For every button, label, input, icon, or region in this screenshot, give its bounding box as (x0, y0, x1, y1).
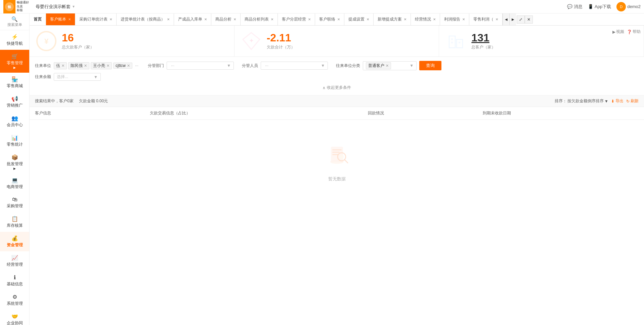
tab-stock-stats[interactable]: 进货单统计表（按商品） ✕ (117, 13, 174, 26)
help-label: 帮助 (633, 29, 641, 35)
tab-close-icon[interactable]: ✕ (167, 17, 170, 21)
tab-scroll-right[interactable]: ▶ (509, 13, 516, 26)
logo-icon: 畅 (5, 2, 14, 11)
person-filter-select[interactable]: ··· ▼ (261, 62, 328, 70)
tab-operation-status[interactable]: 经营情况 ✕ (411, 13, 440, 26)
empty-row: 暂无数据 (30, 120, 644, 203)
tab-home[interactable]: 首页 (30, 13, 46, 26)
svg-rect-7 (457, 39, 463, 48)
sidebar-item-quick-nav[interactable]: ⚡ 快捷导航 (0, 30, 29, 50)
tab-close-all[interactable]: ✕ (525, 15, 533, 24)
sidebar-item-member[interactable]: 👥 会员中心 (0, 112, 29, 131)
sidebar-item-wholesale[interactable]: 📦 批发管理 ▶ (0, 151, 29, 174)
svg-text:✦: ✦ (249, 37, 254, 44)
tab-close-icon[interactable]: ✕ (462, 17, 465, 21)
tab-label: 首页 (34, 16, 42, 22)
tab-close-icon[interactable]: ✕ (496, 17, 498, 21)
empty-state: 暂无数据 (30, 120, 644, 202)
sidebar-item-inventory[interactable]: 📋 库存核算 (0, 212, 29, 232)
query-button[interactable]: 查询 (419, 61, 441, 70)
tab-maximize[interactable]: ⤢ (517, 15, 525, 24)
tab-label: 提成设置 (348, 16, 364, 22)
tab-product-analysis-list[interactable]: 商品分析列表 ✕ (241, 13, 278, 26)
stat-block-customers: ¥ 16 总欠款客户（家） (30, 26, 234, 57)
tab-close-icon[interactable]: ✕ (308, 17, 311, 21)
refresh-btn[interactable]: ↻ 刷新 (626, 98, 639, 104)
tab-close-icon[interactable]: ✕ (271, 17, 273, 21)
unit-class-select[interactable]: 普通客户 ✕ ▼ (363, 61, 417, 70)
remove-tag-cj[interactable]: ✕ (127, 64, 130, 68)
svg-text:¥: ¥ (44, 37, 49, 45)
table-container: 客户信息 欠款交易信息（占比） 回款情况 到期未收款日期 (30, 107, 644, 202)
account-name: 母婴行业演示帐套 (36, 4, 71, 10)
sidebar-item-system[interactable]: ⚙ 系统管理 (0, 290, 29, 310)
sidebar-item-collab[interactable]: 🤝 企业协同 (0, 310, 29, 325)
remove-class-tag[interactable]: ✕ (386, 64, 389, 68)
export-icon: ⬇ (611, 99, 614, 104)
retail-mgmt-icon: 🛒 (11, 53, 18, 60)
sort-value: 按欠款金额倒序排序 (567, 98, 604, 104)
tab-close-icon[interactable]: ✕ (433, 17, 436, 21)
sort-select[interactable]: 排序： 按欠款金额倒序排序 ▼ (555, 98, 608, 104)
help-icon: ❓ (627, 30, 632, 34)
tab-product-stock-in[interactable]: 产成品入库单 ✕ (174, 13, 211, 26)
video-help-btn[interactable]: ▶ 视频 (612, 29, 624, 35)
sidebar-item-ecommerce[interactable]: 💻 电商管理 (0, 174, 29, 193)
svg-rect-10 (459, 42, 460, 43)
app-download-btn[interactable]: 📱 App下载 (588, 4, 611, 10)
tab-close-icon[interactable]: ✕ (367, 17, 369, 21)
empty-text: 暂无数据 (328, 176, 346, 182)
tab-label: 经营情况 (415, 16, 431, 22)
tab-label: 客户分层经营 (282, 16, 306, 22)
arrow-right-icon: ▶ (13, 167, 16, 170)
tab-close-icon[interactable]: ✕ (110, 17, 112, 21)
top-right-area: 💬 消息 📱 App下载 D demo2 (567, 2, 641, 11)
inventory-icon: 📋 (11, 216, 18, 222)
sidebar-search[interactable]: 🔍 搜索菜单 (0, 13, 29, 30)
svg-rect-8 (451, 38, 453, 40)
account-selector[interactable]: 母婴行业演示帐套 ▼ (36, 4, 77, 10)
tab-retail-profit[interactable]: 零售利润（ ✕ (469, 13, 503, 26)
svg-rect-9 (451, 42, 453, 43)
arrow-right-icon: ▶ (13, 66, 16, 69)
dept-filter-select[interactable]: ··· ▼ (167, 62, 234, 70)
export-btn[interactable]: ⬇ 导出 (611, 98, 624, 104)
sidebar-item-label: 采购管理 (7, 203, 23, 209)
tab-product-analysis[interactable]: 商品分析 ✕ (211, 13, 241, 26)
sidebar-item-retail-mall[interactable]: 🏪 零售商城 (0, 73, 29, 92)
message-btn[interactable]: 💬 消息 (567, 4, 583, 10)
balance-filter-select[interactable]: 选择... ▼ (54, 73, 101, 81)
tab-customer-segment[interactable]: 客户分层经营 ✕ (278, 13, 315, 26)
sidebar-item-retail-stats[interactable]: 📊 零售统计 (0, 131, 29, 151)
filter-more-btn[interactable]: ··· (134, 63, 140, 68)
remove-tag-wang[interactable]: ✕ (106, 64, 110, 68)
remove-tag-wu[interactable]: ✕ (61, 64, 65, 68)
tab-purchase-order-stats[interactable]: 采购订单统计表 ✕ (75, 13, 117, 26)
tab-close-icon[interactable]: ✕ (337, 17, 340, 21)
person-more-dots[interactable]: ··· (264, 63, 270, 69)
tab-close-icon[interactable]: ✕ (204, 17, 207, 21)
dept-more-dots[interactable]: ··· (170, 63, 176, 69)
tab-customer-book[interactable]: 客户账本 ✕ (46, 13, 75, 26)
remove-tag-chen[interactable]: ✕ (84, 64, 87, 68)
tab-close-icon[interactable]: ✕ (68, 17, 71, 21)
collapse-filters-btn[interactable]: ∧ 收起更多条件 (35, 83, 639, 93)
tab-customer-contact[interactable]: 客户联络 ✕ (315, 13, 344, 26)
sidebar-item-marketing[interactable]: 📢 营销推广 (0, 92, 29, 112)
svg-point-17 (339, 154, 344, 159)
sidebar-item-label: 经营管理 (7, 262, 23, 267)
help-btn[interactable]: ❓ 帮助 (627, 29, 641, 35)
sidebar-item-purchase[interactable]: 🛍 采购管理 (0, 193, 29, 212)
tab-close-icon[interactable]: ✕ (404, 17, 406, 21)
tab-propose-settings[interactable]: 提成设置 ✕ (344, 13, 374, 26)
sidebar-item-retail-mgmt[interactable]: 🛒 零售管理 ▶ (0, 50, 29, 73)
unit-class-tag-text: 普通客户 (368, 63, 384, 69)
sidebar-item-basic-info[interactable]: ℹ 基础信息 (0, 271, 29, 290)
tab-new-propose[interactable]: 新增提成方案 ✕ (374, 13, 411, 26)
user-area[interactable]: D demo2 (616, 2, 641, 11)
sidebar-item-finance[interactable]: 💰 资金管理 (0, 232, 29, 251)
tab-close-icon[interactable]: ✕ (233, 17, 236, 21)
sidebar-item-operation[interactable]: 📈 经营管理 (0, 251, 29, 271)
tab-profit-report[interactable]: 利润报告 ✕ (440, 13, 469, 26)
tab-scroll-left[interactable]: ◀ (503, 13, 509, 26)
